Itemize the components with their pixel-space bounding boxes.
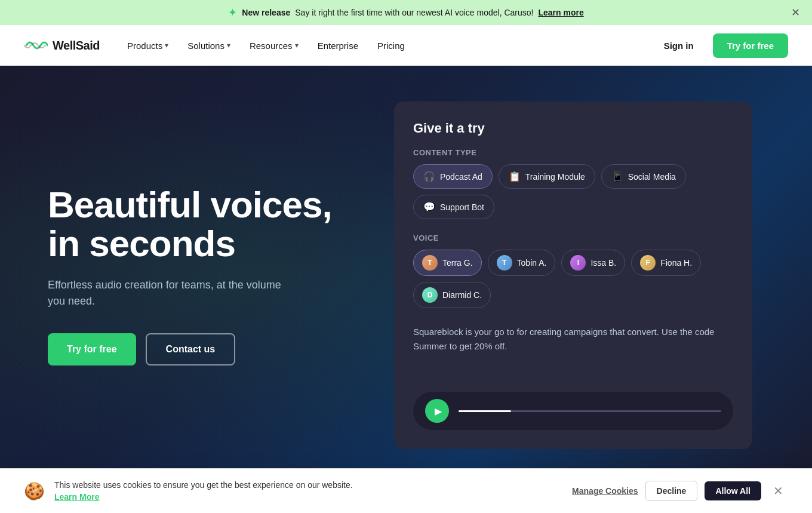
- avatar: F: [640, 255, 656, 271]
- nav-item-resources[interactable]: Resources ▾: [241, 36, 307, 56]
- play-button[interactable]: ▶: [425, 399, 449, 423]
- phone-icon: 📱: [611, 171, 623, 182]
- nav-item-solutions[interactable]: Solutions ▾: [179, 36, 239, 56]
- allow-all-cookies-button[interactable]: Allow All: [705, 481, 761, 500]
- audio-player: ▶: [413, 392, 733, 430]
- nav-links: Products ▾ Solutions ▾ Resources ▾ Enter…: [119, 36, 654, 56]
- cookie-icon: 🍪: [24, 481, 45, 501]
- clipboard-icon: 📋: [509, 171, 521, 182]
- avatar: D: [422, 287, 438, 303]
- headphones-icon: 🎧: [423, 171, 435, 182]
- hero-contact-button[interactable]: Contact us: [146, 333, 236, 365]
- cookie-text-block: This website uses cookies to ensure you …: [54, 480, 562, 502]
- new-release-badge: New release: [242, 8, 290, 17]
- voice-fiona[interactable]: F Fiona H.: [631, 250, 701, 276]
- voice-terra[interactable]: T Terra G.: [413, 250, 482, 276]
- nav-item-pricing[interactable]: Pricing: [369, 36, 413, 56]
- try-free-nav-button[interactable]: Try for free: [713, 33, 788, 58]
- hero-left: Beautiful voices, in seconds Effortless …: [48, 185, 358, 365]
- announcement-learn-more-link[interactable]: Learn more: [538, 8, 583, 17]
- demo-card: Give it a try Content type 🎧 Podcast Ad …: [394, 102, 752, 449]
- demo-card-title: Give it a try: [413, 121, 733, 136]
- content-type-buttons: 🎧 Podcast Ad 📋 Training Module 📱 Social …: [413, 164, 733, 219]
- voice-tobin[interactable]: T Tobin A.: [488, 250, 556, 276]
- sign-in-button[interactable]: Sign in: [654, 36, 703, 56]
- navbar: WellSaid Products ▾ Solutions ▾ Resource…: [0, 25, 812, 66]
- decline-cookies-button[interactable]: Decline: [645, 481, 698, 501]
- progress-fill: [459, 410, 511, 412]
- avatar: I: [570, 255, 586, 271]
- progress-bar[interactable]: [459, 410, 721, 412]
- avatar: T: [422, 255, 438, 271]
- chevron-down-icon: ▾: [165, 41, 168, 50]
- hero-section: Beautiful voices, in seconds Effortless …: [0, 66, 812, 485]
- cookie-buttons: Manage Cookies Decline Allow All ✕: [572, 481, 788, 501]
- hero-right: Give it a try Content type 🎧 Podcast Ad …: [394, 102, 752, 449]
- cookie-message: This website uses cookies to ensure you …: [54, 480, 353, 490]
- hero-buttons: Try for free Contact us: [48, 333, 358, 365]
- chevron-down-icon: ▾: [295, 41, 299, 50]
- hero-title: Beautiful voices, in seconds: [48, 185, 358, 263]
- manage-cookies-button[interactable]: Manage Cookies: [572, 486, 638, 496]
- logo-text: WellSaid: [53, 39, 100, 53]
- hero-subtitle: Effortless audio creation for teams, at …: [48, 277, 299, 309]
- play-icon: ▶: [435, 406, 442, 417]
- close-icon: ✕: [773, 484, 783, 497]
- chevron-down-icon: ▾: [227, 41, 230, 50]
- logo[interactable]: WellSaid: [24, 37, 100, 54]
- nav-item-products[interactable]: Products ▾: [119, 36, 177, 56]
- nav-right: Sign in Try for free: [654, 33, 788, 58]
- content-type-social[interactable]: 📱 Social Media: [601, 164, 686, 189]
- voice-issa[interactable]: I Issa B.: [561, 250, 625, 276]
- close-icon[interactable]: ✕: [791, 6, 800, 19]
- chat-icon: 💬: [423, 201, 435, 213]
- avatar: T: [497, 255, 512, 271]
- announcement-message: Say it right the first time with our new…: [295, 8, 533, 17]
- demo-text: Squareblock is your go to for creating c…: [413, 325, 733, 373]
- voice-label: Voice: [413, 234, 733, 242]
- content-type-support[interactable]: 💬 Support Bot: [413, 195, 494, 219]
- nav-item-enterprise[interactable]: Enterprise: [309, 36, 367, 56]
- cookie-banner: 🍪 This website uses cookies to ensure yo…: [0, 468, 812, 513]
- content-type-label: Content type: [413, 148, 733, 157]
- hero-try-free-button[interactable]: Try for free: [48, 333, 136, 365]
- content-type-podcast[interactable]: 🎧 Podcast Ad: [413, 164, 493, 189]
- content-type-training[interactable]: 📋 Training Module: [499, 164, 595, 189]
- sparkle-icon: ✦: [228, 6, 237, 19]
- cookie-learn-more-link[interactable]: Learn More: [54, 492, 99, 502]
- close-cookie-banner-button[interactable]: ✕: [768, 481, 788, 500]
- voice-buttons: T Terra G. T Tobin A. I Issa B. F Fiona …: [413, 250, 733, 308]
- voice-diarmid[interactable]: D Diarmid C.: [413, 282, 491, 308]
- announcement-bar: ✦ New release Say it right the first tim…: [0, 0, 812, 25]
